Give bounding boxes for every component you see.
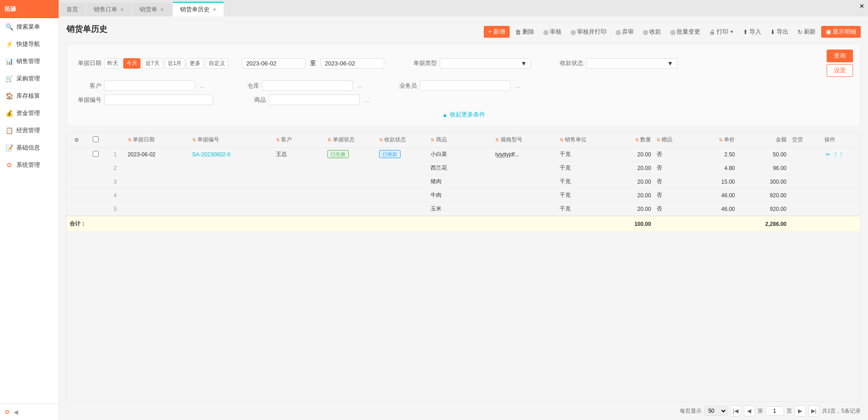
shortcut-yesterday[interactable]: 昨天 [104, 58, 121, 69]
export-button[interactable]: ⬇ 导出 [767, 26, 792, 38]
abandon-button[interactable]: ◎ 弃审 [612, 26, 637, 38]
row-check[interactable] [86, 175, 106, 189]
col-collect-status[interactable]: ⇅ 收款状态 [376, 132, 428, 148]
collect-status-select[interactable]: ▼ [586, 58, 677, 69]
main-area: 首页 销售订单 ✕ 销货单 ✕ 销货单历史 ✕ ✕ 销货单历史 + 新增 🗑 [59, 0, 868, 420]
col-doc-date[interactable]: ⇅ 单据日期 [125, 132, 190, 148]
edit-action-btn[interactable]: ✏ [824, 151, 832, 158]
sidebar-item-sales-mgmt[interactable]: 📊 销售管理 [0, 53, 59, 70]
row-doc-number[interactable] [190, 202, 273, 216]
batch-change-button[interactable]: ◎ 批量变更 [667, 26, 704, 38]
next-page-button[interactable]: ▶ [795, 405, 806, 416]
shortcut-more[interactable]: 更多 [186, 58, 204, 69]
date-to-input[interactable] [321, 58, 384, 69]
last-page-button[interactable]: ▶| [808, 405, 819, 416]
date-from-input[interactable] [242, 58, 306, 69]
shortcut-7days[interactable]: 近7天 [142, 58, 163, 69]
row-checkbox[interactable] [93, 151, 99, 157]
show-detail-button[interactable]: ▣ 显示明细 [821, 26, 861, 38]
col-trade: 交货 [789, 132, 822, 148]
review-button[interactable]: ◎ 审核 [540, 26, 565, 38]
per-page-select[interactable]: 50 20 100 [704, 406, 728, 416]
refresh-button[interactable]: ↻ 刷新 [794, 26, 819, 38]
sidebar-settings-icon[interactable]: ⚙ [5, 409, 10, 415]
more-action-btn[interactable]: ⋮⋮ [832, 151, 845, 158]
warehouse-ellipsis-btn[interactable]: ... [356, 82, 364, 89]
purchase-mgmt-icon: 🛒 [5, 75, 13, 82]
close-sales-history-tab[interactable]: ✕ [212, 7, 216, 13]
filter-settings-button[interactable]: 设置 [827, 64, 853, 77]
table-row: 1 2023-06-02 SA-20230602-0 王总 已生效 已收款 小白… [67, 148, 860, 161]
col-quantity[interactable]: ⇅ 数量 [609, 132, 654, 148]
window-close-btn[interactable]: ✕ [859, 3, 864, 10]
new-button[interactable]: + 新增 [484, 26, 510, 38]
row-trade [789, 189, 822, 202]
page-number-input[interactable] [766, 406, 784, 415]
sidebar-item-stock-calc[interactable]: 🏠 库存核算 [0, 87, 59, 105]
doc-number-input[interactable] [104, 95, 213, 105]
doc-number-label: 单据编号 [74, 96, 101, 104]
collect-button[interactable]: ◎ 收款 [639, 26, 665, 38]
row-doc-number[interactable] [190, 189, 273, 202]
goods-ellipsis-btn[interactable]: ... [362, 96, 371, 103]
prev-page-button[interactable]: ◀ [744, 405, 755, 416]
import-button[interactable]: ⬆ 导入 [739, 26, 765, 38]
row-check[interactable] [86, 202, 106, 216]
sidebar-item-search-menu[interactable]: 🔍 搜索菜单 [0, 18, 59, 35]
select-all-checkbox[interactable] [93, 136, 99, 142]
export-icon: ⬇ [770, 29, 775, 35]
sidebar-item-purchase-mgmt[interactable]: 🛒 采购管理 [0, 70, 59, 87]
sidebar-item-ops-mgmt[interactable]: 📋 经营管理 [0, 122, 59, 139]
col-gift[interactable]: ⇅ 赠品 [654, 132, 686, 148]
query-button[interactable]: 查询 [827, 50, 853, 62]
col-check[interactable] [86, 132, 106, 148]
tab-home[interactable]: 首页 [59, 3, 85, 16]
col-unit-price[interactable]: ⇅ 单价 [686, 132, 738, 148]
close-sales-order-tab[interactable]: ✕ [120, 7, 124, 13]
row-check[interactable] [86, 189, 106, 202]
col-sales-unit[interactable]: ⇅ 销售单位 [557, 132, 608, 148]
row-sales-unit: 千克 [557, 161, 608, 175]
row-doc-number[interactable] [190, 161, 273, 175]
close-sales-goods-tab[interactable]: ✕ [160, 7, 164, 13]
salesman-input[interactable] [420, 80, 511, 91]
doc-type-select[interactable]: ▼ [440, 58, 531, 69]
row-doc-number[interactable] [190, 175, 273, 189]
col-doc-number[interactable]: ⇅ 单据编号 [190, 132, 273, 148]
row-doc-number[interactable]: SA-20230602-0 [190, 148, 273, 161]
collapse-filter-btn[interactable]: ▲ 收起更多条件 [74, 109, 853, 120]
sidebar-item-fund-mgmt[interactable]: 💰 资金管理 [0, 105, 59, 122]
sidebar-item-sys-mgmt[interactable]: ⚙ 系统管理 [0, 156, 59, 174]
review-print-button[interactable]: ◎ 审核并打印 [567, 26, 610, 38]
col-goods[interactable]: ⇅ 商品 [428, 132, 492, 148]
warehouse-input[interactable] [262, 80, 353, 91]
row-check[interactable] [86, 148, 106, 161]
sort-doc-date-icon: ⇅ [128, 137, 131, 142]
shortcut-today[interactable]: 今天 [123, 58, 140, 69]
delete-button[interactable]: 🗑 删除 [512, 26, 538, 38]
col-settings[interactable]: ⚙ [67, 132, 86, 148]
tab-sales-history[interactable]: 销货单历史 ✕ [172, 2, 224, 16]
sidebar-item-label: 销售管理 [16, 57, 40, 65]
row-doc-date [125, 189, 190, 202]
salesman-ellipsis-btn[interactable]: ... [513, 82, 522, 89]
col-amount[interactable]: 金额 [738, 132, 789, 148]
sidebar-collapse-icon[interactable]: ◀ [14, 409, 18, 415]
shortcut-1month[interactable]: 近1月 [165, 58, 185, 69]
sys-mgmt-icon: ⚙ [5, 161, 13, 169]
tab-sales-order[interactable]: 销售订单 ✕ [86, 3, 131, 16]
row-doc-date [125, 175, 190, 189]
customer-ellipsis-btn[interactable]: ... [198, 82, 206, 89]
sidebar-item-basic-info[interactable]: 📝 基础信息 [0, 139, 59, 156]
col-customer[interactable]: ⇅ 客户 [273, 132, 325, 148]
print-button[interactable]: 🖨 打印 ▼ [706, 26, 738, 38]
sidebar-item-quick-nav[interactable]: ⚡ 快捷导航 [0, 35, 59, 53]
col-spec[interactable]: ⇅ 规格型号 [492, 132, 557, 148]
first-page-button[interactable]: |◀ [730, 405, 741, 416]
shortcut-custom[interactable]: 自定义 [206, 58, 228, 69]
goods-input[interactable] [269, 95, 360, 105]
customer-input[interactable] [104, 80, 195, 91]
tab-sales-goods[interactable]: 销货单 ✕ [132, 3, 171, 16]
row-check[interactable] [86, 161, 106, 175]
col-doc-status[interactable]: ⇅ 单据状态 [325, 132, 376, 148]
